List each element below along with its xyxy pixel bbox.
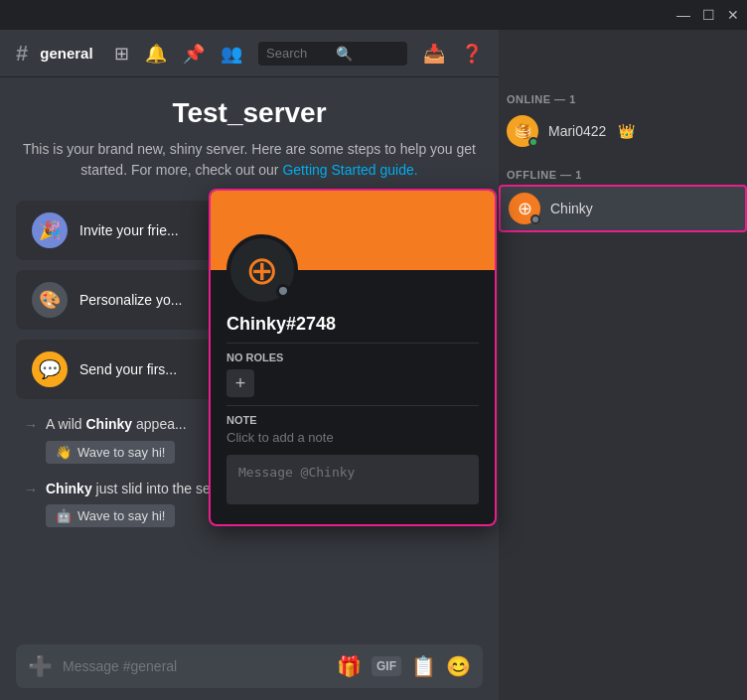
message-input-area: ➕ 🎁 GIF 📋 😊	[0, 632, 499, 700]
offline-section-label: OFFLINE — 1	[499, 153, 747, 185]
gif-icon[interactable]: GIF	[372, 656, 401, 676]
search-bar[interactable]: Search 🔍	[258, 42, 407, 66]
wave-button-2[interactable]: 🤖 Wave to say hi!	[46, 504, 175, 527]
personalize-icon: 🎨	[32, 282, 68, 318]
activity-text-1: A wild Chinky appea... 👋 Wave to say hi!	[46, 415, 187, 464]
server-title: Test_server	[16, 97, 483, 129]
emoji-icon[interactable]: 😊	[446, 654, 471, 678]
invite-icon: 🎉	[32, 212, 68, 248]
search-icon: 🔍	[336, 46, 399, 62]
hash-icon: #	[16, 41, 28, 67]
minimize-button[interactable]: —	[676, 7, 690, 23]
server-description: This is your brand new, shiny server. He…	[16, 139, 483, 181]
profile-status-ring	[276, 284, 290, 298]
wave-emoji-1: 👋	[56, 445, 72, 460]
wave-label-2: Wave to say hi!	[77, 508, 165, 523]
profile-divider-1	[226, 343, 479, 344]
member-item-chinky[interactable]: ⊕ Chinky	[499, 185, 747, 232]
plus-icon: +	[235, 373, 246, 394]
member-name-mari: Mari0422	[548, 123, 606, 139]
add-icon[interactable]: ➕	[28, 654, 53, 678]
profile-divider-2	[226, 405, 479, 406]
profile-popup: ⊕ Chinky#2748 NO ROLES + NOTE Click to a…	[209, 189, 497, 526]
members-icon[interactable]: 👥	[221, 43, 242, 65]
close-button[interactable]: ✕	[727, 7, 739, 23]
member-item-mari[interactable]: 🥞 Mari0422 👑	[499, 109, 747, 153]
profile-avatar: ⊕	[226, 234, 298, 306]
maximize-button[interactable]: ☐	[702, 7, 715, 23]
search-label: Search	[266, 46, 330, 61]
avatar-mari: 🥞	[507, 115, 538, 147]
message-input[interactable]	[63, 658, 327, 674]
message-input-box: ➕ 🎁 GIF 📋 😊	[16, 644, 483, 688]
avatar-chinky: ⊕	[509, 193, 540, 224]
channel-name: general	[40, 45, 92, 62]
gift-icon[interactable]: 🎁	[337, 654, 362, 678]
pin-icon[interactable]: 📌	[183, 43, 205, 65]
header-icons: ⊞ 🔔 📌 👥 Search 🔍 📥 ❓	[114, 42, 483, 66]
profile-message-input[interactable]	[226, 455, 479, 504]
right-sidebar: ONLINE — 1 🥞 Mari0422 👑 OFFLINE — 1 ⊕ Ch…	[499, 30, 747, 700]
channel-header: # general ⊞ 🔔 📌 👥 Search 🔍 📥 ❓	[0, 30, 499, 77]
wave-label-1: Wave to say hi!	[77, 445, 165, 460]
getting-started-link[interactable]: Getting Started guide.	[282, 162, 417, 178]
hash-icon-2[interactable]: ⊞	[114, 43, 129, 65]
note-click[interactable]: Click to add a note	[226, 430, 479, 445]
profile-body: Chinky#2748 NO ROLES + NOTE Click to add…	[211, 314, 495, 524]
wave-button-1[interactable]: 👋 Wave to say hi!	[46, 441, 175, 464]
member-badge-mari: 👑	[618, 123, 635, 139]
profile-username: Chinky#2748	[226, 314, 479, 335]
send-label: Send your firs...	[79, 361, 177, 377]
personalize-label: Personalize yo...	[79, 292, 183, 308]
online-section-label: ONLINE — 1	[499, 77, 747, 109]
member-name-chinky: Chinky	[550, 201, 593, 216]
wave-emoji-2: 🤖	[56, 508, 72, 523]
online-dot-mari	[528, 137, 538, 147]
no-roles-label: NO ROLES	[226, 351, 479, 363]
inbox-icon[interactable]: 📥	[423, 43, 445, 65]
arrow-icon-1: →	[24, 417, 38, 433]
arrow-icon-2: →	[24, 482, 38, 497]
offline-dot-chinky	[530, 214, 540, 224]
note-label: NOTE	[226, 414, 479, 426]
add-role-button[interactable]: +	[226, 369, 254, 397]
sticker-icon[interactable]: 📋	[411, 654, 436, 678]
bell-icon[interactable]: 🔔	[145, 43, 167, 65]
help-icon[interactable]: ❓	[461, 43, 483, 65]
profile-avatar-wrap: ⊕	[211, 234, 495, 306]
invite-label: Invite your frie...	[79, 222, 179, 238]
send-icon: 💬	[32, 351, 68, 387]
title-bar: — ☐ ✕	[0, 0, 747, 30]
